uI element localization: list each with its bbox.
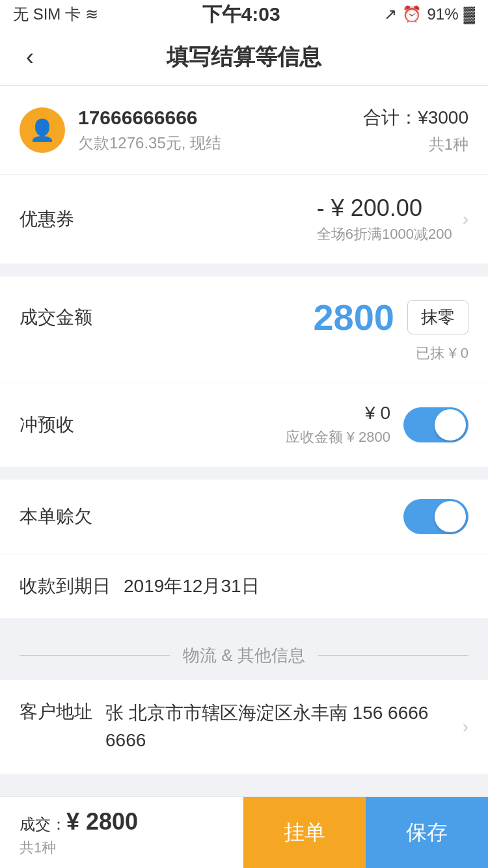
address-value: 张 北京市市辖区海淀区永丰南 156 6666 6666: [105, 699, 450, 754]
page-title: 填写结算等信息: [167, 42, 321, 72]
debit-toggle-knob: [435, 501, 466, 532]
prepay-sub: 应收金额 ¥ 2800: [286, 427, 390, 447]
hold-button[interactable]: 挂单: [243, 797, 366, 868]
prepay-label: 冲预收: [20, 413, 74, 437]
prepay-row: 冲预收 ¥ 0 应收金额 ¥ 2800: [20, 403, 468, 447]
status-bar-right: ↗ ⏰ 91% ▓: [384, 5, 475, 23]
coupon-label: 优惠券: [20, 207, 74, 232]
alarm-icon: ⏰: [402, 5, 422, 23]
address-chevron-icon: ›: [463, 716, 468, 737]
address-section[interactable]: 客户地址 张 北京市市辖区海淀区永丰南 156 6666 6666 ›: [0, 680, 488, 774]
logistics-line-right: [318, 655, 468, 656]
battery-text: 91%: [427, 5, 458, 23]
deal-amount: 2800: [313, 296, 394, 338]
bottom-bar: 成交：¥ 2800 共1种 挂单 保存: [0, 796, 488, 868]
coupon-row[interactable]: 优惠券 - ¥ 200.00 全场6折满1000减200 ›: [0, 174, 488, 264]
divider-1: [0, 264, 488, 277]
deal-label: 成交金额: [20, 305, 92, 330]
debit-toggle[interactable]: [403, 499, 468, 534]
save-button[interactable]: 保存: [366, 797, 488, 868]
coupon-chevron-icon: ›: [463, 209, 468, 230]
customer-info: 17666666666 欠款1276.35元, 现结: [78, 107, 221, 154]
prepay-amount: ¥ 0: [286, 403, 390, 424]
prepay-amount-group: ¥ 0 应收金额 ¥ 2800: [286, 403, 390, 447]
coupon-right: - ¥ 200.00 全场6折满1000减200 ›: [317, 195, 468, 244]
divider-2: [0, 467, 488, 480]
status-bar-left: 无 SIM 卡 ≋: [13, 4, 98, 25]
coupon-discount: - ¥ 200.00: [317, 195, 452, 222]
bottom-summary: 成交：¥ 2800 共1种: [0, 797, 243, 868]
bottom-deal-prefix: 成交：: [20, 815, 66, 833]
logistics-section: 物流 & 其他信息: [0, 631, 488, 680]
bottom-deal-amount: ¥ 2800: [66, 808, 138, 835]
prepay-toggle[interactable]: [403, 407, 468, 442]
customer-phone: 17666666666: [78, 107, 221, 129]
address-label: 客户地址: [20, 699, 92, 724]
debit-row: 本单赊欠: [20, 499, 468, 534]
status-bar: 无 SIM 卡 ≋ 下午4:03 ↗ ⏰ 91% ▓: [0, 0, 488, 29]
customer-subtext: 欠款1276.35元, 现结: [78, 133, 221, 154]
customer-count: 共1种: [363, 134, 468, 155]
bottom-deal-row: 成交：¥ 2800: [20, 808, 224, 835]
duedate-label: 收款到期日: [20, 574, 111, 599]
deal-sub: 已抹 ¥ 0: [20, 344, 468, 363]
location-icon: ↗: [384, 5, 397, 23]
prepay-right: ¥ 0 应收金额 ¥ 2800: [286, 403, 468, 447]
duedate-section: 收款到期日 2019年12月31日: [0, 554, 488, 618]
bottom-count: 共1种: [20, 838, 224, 858]
coupon-sub: 全场6折满1000减200: [317, 224, 452, 244]
logistics-line-left: [20, 655, 170, 656]
round-button[interactable]: 抹零: [407, 300, 468, 334]
customer-right: 合计：¥3000 共1种: [363, 105, 468, 155]
duedate-row: 收款到期日 2019年12月31日: [20, 574, 468, 599]
back-button[interactable]: ‹: [20, 37, 40, 77]
avatar: 👤: [20, 107, 65, 153]
debit-label: 本单赊欠: [20, 504, 92, 529]
debit-section: 本单赊欠: [0, 480, 488, 554]
toggle-knob: [435, 409, 466, 441]
divider-3: [0, 618, 488, 631]
deal-section: 成交金额 2800 抹零 已抹 ¥ 0: [0, 277, 488, 383]
deal-row: 成交金额 2800 抹零: [20, 296, 468, 338]
logistics-text: 物流 & 其他信息: [183, 644, 305, 667]
prepay-section: 冲预收 ¥ 0 应收金额 ¥ 2800: [0, 383, 488, 467]
sim-text: 无 SIM 卡 ≋: [13, 4, 98, 25]
status-bar-time: 下午4:03: [202, 1, 280, 28]
customer-total: 合计：¥3000: [363, 105, 468, 130]
total-amount: ¥3000: [418, 107, 468, 128]
deal-amount-group: 2800 抹零: [313, 296, 468, 338]
nav-bar: ‹ 填写结算等信息: [0, 29, 488, 86]
customer-row: 👤 17666666666 欠款1276.35元, 现结 合计：¥3000 共1…: [0, 86, 488, 174]
total-label: 合计：: [363, 107, 418, 128]
customer-left: 👤 17666666666 欠款1276.35元, 现结: [20, 107, 221, 154]
battery-icon: ▓: [463, 5, 475, 23]
duedate-value: 2019年12月31日: [124, 574, 260, 599]
